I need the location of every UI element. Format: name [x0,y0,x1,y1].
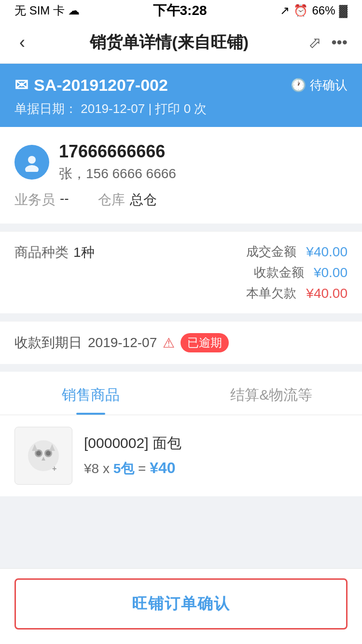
customer-phone: 17666666666 [59,141,176,162]
kind-value: 1种 [73,243,95,262]
warehouse-value: 总仓 [130,191,157,209]
overdue-badge: 已逾期 [181,333,229,352]
order-status-text: 待确认 [310,77,348,94]
battery-icon: ▓ [339,4,348,17]
svg-point-0 [28,156,36,164]
product-item: + [0000002] 面包 ¥8 x 5包 = ¥40 [0,415,362,496]
owed-amount: ¥40.00 [306,286,348,301]
warehouse-item: 仓库 总仓 [98,191,157,209]
deal-label: 成交金额 [246,243,296,260]
kind-label: 商品种类 [14,243,69,262]
customer-info: 17666666666 张，156 6666 6666 [59,141,176,183]
tab-products[interactable]: 销售商品 [0,372,181,415]
product-price: ¥8 x [84,461,113,476]
product-kind: 商品种类 1种 [14,243,246,262]
deal-amount: ¥40.00 [306,244,348,260]
svg-point-5 [36,451,41,456]
back-button[interactable]: ‹ [14,28,30,57]
no-sim-text: 无 SIM 卡 ☁ [14,3,80,18]
salesman-item: 业务员 -- [14,191,69,209]
order-date-value: 2019-12-07 [81,101,145,116]
order-id-row: ✉ SA-20191207-002 [14,75,168,95]
customer-top: 17666666666 张，156 6666 6666 [14,141,348,183]
share-icon[interactable]: ⬀ [308,33,321,52]
tabs-container: 销售商品 结算&物流等 + [0,372,362,496]
page-title: 销货单详情(来自旺铺) [30,31,308,54]
collected-amount: ¥0.00 [314,265,348,280]
customer-card: 17666666666 张，156 6666 6666 业务员 -- 仓库 总仓 [0,127,362,224]
nav-bar: ‹ 销货单详情(来自旺铺) ⬀ ••• [0,21,362,64]
order-icon: ✉ [14,75,28,95]
warning-icon: ⚠ [163,335,175,351]
location-icon: ↗ [280,4,290,17]
summary-card: 商品种类 1种 成交金额 ¥40.00 收款金额 ¥0.00 本单欠款 ¥40.… [0,232,362,313]
salesman-label: 业务员 [14,191,55,209]
nav-actions: ⬀ ••• [308,33,348,52]
status-bar: 无 SIM 卡 ☁ 下午3:28 ↗ ⏰ 66% ▓ [0,0,362,21]
product-total: ¥40 [150,459,175,476]
owed-row: 本单欠款 ¥40.00 [246,285,348,302]
collected-row: 收款金额 ¥0.00 [254,264,348,281]
tab-settlement-label: 结算&物流等 [230,387,312,403]
product-price-line: ¥8 x 5包 = ¥40 [84,459,348,478]
order-date-row: 单据日期： 2019-12-07 | 打印 0 次 [14,100,348,117]
confirm-button[interactable]: 旺铺订单确认 [14,578,348,630]
print-info: | 打印 0 次 [148,101,207,116]
order-status: 🕐 待确认 [291,77,348,94]
status-bar-time: 下午3:28 [153,1,207,20]
customer-avatar [14,145,49,180]
product-code: [0000002] [84,435,148,451]
overdue-card: 收款到期日 2019-12-07 ⚠ 已逾期 [0,322,362,364]
more-icon[interactable]: ••• [331,33,348,51]
order-id-text: SA-20191207-002 [34,76,168,95]
svg-point-6 [46,451,51,456]
product-name-text: 面包 [153,435,181,451]
salesman-value: -- [60,191,69,209]
status-bar-right: ↗ ⏰ 66% ▓ [280,4,348,17]
svg-point-1 [25,165,39,172]
product-qty: 5包 [113,461,135,476]
alarm-icon: ⏰ [293,4,308,17]
customer-meta: 业务员 -- 仓库 总仓 [14,191,348,209]
svg-text:+: + [52,464,56,473]
battery-text: 66% [312,4,335,17]
bottom-bar: 旺铺订单确认 [0,568,362,644]
product-thumbnail: + [14,427,72,485]
date-label: 单据日期： [14,101,77,116]
tab-products-label: 销售商品 [62,387,120,403]
bottom-space [0,496,362,574]
overdue-date: 2019-12-07 [88,335,157,350]
collected-label: 收款金额 [254,264,304,281]
customer-name-phone: 张，156 6666 6666 [59,165,176,183]
clock-icon: 🕐 [291,78,306,93]
product-info: [0000002] 面包 ¥8 x 5包 = ¥40 [84,434,348,478]
deal-amount-row: 成交金额 ¥40.00 [246,243,348,260]
tabs: 销售商品 结算&物流等 [0,372,362,415]
amount-summary: 成交金额 ¥40.00 收款金额 ¥0.00 本单欠款 ¥40.00 [246,243,348,302]
owed-label: 本单欠款 [246,285,296,302]
order-header: ✉ SA-20191207-002 🕐 待确认 单据日期： 2019-12-07… [0,64,362,127]
status-bar-left: 无 SIM 卡 ☁ [14,3,80,18]
order-header-top: ✉ SA-20191207-002 🕐 待确认 [14,75,348,95]
overdue-label: 收款到期日 [14,334,82,352]
tab-settlement[interactable]: 结算&物流等 [181,372,362,415]
product-equals: = [138,461,150,476]
product-name: [0000002] 面包 [84,434,348,453]
warehouse-label: 仓库 [98,191,125,209]
